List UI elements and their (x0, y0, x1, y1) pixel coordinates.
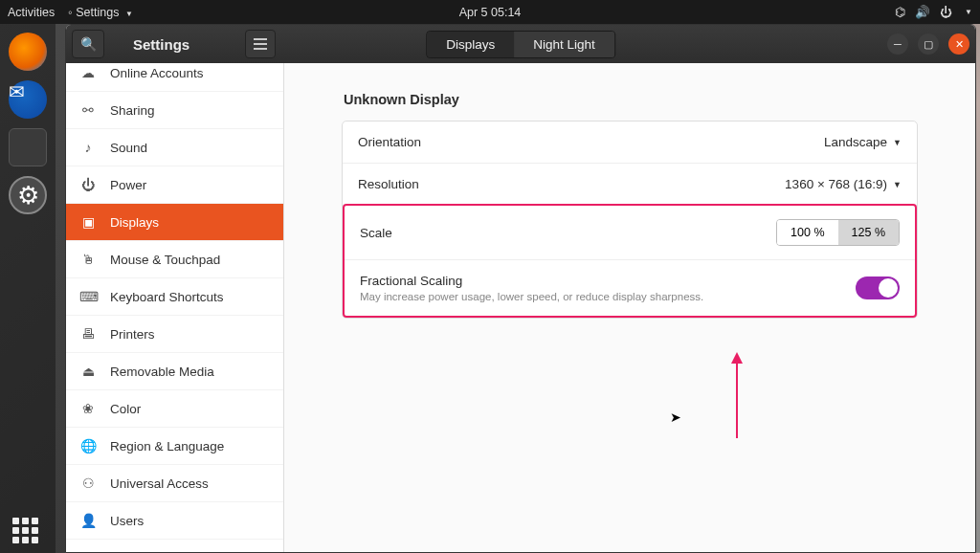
sidebar-item-label: Online Accounts (110, 66, 204, 80)
sidebar-item-label: Removable Media (110, 365, 214, 379)
sidebar-item-displays[interactable]: ▣ Displays (66, 204, 283, 241)
sidebar-item-printers[interactable]: 🖶 Printers (66, 316, 283, 353)
scale-option-100[interactable]: 100 % (777, 220, 837, 245)
orientation-row[interactable]: Orientation Landscape ▼ (343, 122, 917, 164)
mouse-icon: 🖱 (79, 252, 97, 267)
orientation-label: Orientation (358, 135, 421, 149)
titlebar: 🔍 Settings Displays Night Light ─ ▢ ✕ (66, 25, 975, 63)
eject-icon: ⏏ (79, 364, 97, 379)
globe-icon: 🌐 (79, 438, 97, 453)
displays-icon: ▣ (79, 214, 97, 230)
fractional-scaling-toggle[interactable] (856, 276, 900, 299)
minimize-button[interactable]: ─ (887, 33, 908, 55)
power-icon[interactable]: ⏻ (940, 6, 952, 19)
sidebar-item-users[interactable]: 👤 Users (66, 502, 283, 540)
orientation-value: Landscape (824, 135, 887, 149)
sidebar-item-label: Sharing (110, 103, 155, 118)
maximize-button[interactable]: ▢ (918, 33, 939, 55)
settings-sidebar: ☁ Online Accounts ⚯ Sharing ♪ Sound ⏻ Po… (66, 63, 284, 552)
power-icon: ⏻ (79, 177, 97, 192)
dock: ✉ ⚙ (0, 24, 56, 553)
sidebar-item-label: Universal Access (110, 476, 209, 491)
sidebar-item-label: Color (110, 402, 141, 416)
scale-label: Scale (360, 226, 392, 240)
sound-icon: ♪ (79, 140, 97, 155)
sidebar-item-mouse[interactable]: 🖱 Mouse & Touchpad (66, 241, 283, 278)
sidebar-item-region[interactable]: 🌐 Region & Language (66, 428, 283, 465)
tab-displays[interactable]: Displays (427, 32, 514, 57)
show-applications[interactable] (12, 518, 38, 543)
scale-row: Scale 100 % 125 % (345, 206, 915, 260)
main-content: Unknown Display Orientation Landscape ▼ … (284, 63, 975, 552)
fractional-scaling-row: Fractional Scaling May increase power us… (345, 260, 915, 316)
sidebar-item-label: Region & Language (110, 439, 224, 453)
view-switcher: Displays Night Light (426, 31, 615, 58)
dock-files[interactable] (6, 125, 50, 169)
fractional-scaling-desc: May increase power usage, lower speed, o… (360, 291, 703, 302)
sidebar-item-label: Keyboard Shortcuts (110, 290, 224, 304)
scale-option-125[interactable]: 125 % (838, 220, 899, 245)
user-icon: 👤 (79, 513, 97, 528)
chevron-down-icon: ▼ (893, 180, 902, 189)
share-icon: ⚯ (79, 102, 97, 118)
display-name-heading: Unknown Display (344, 92, 918, 107)
chevron-down-icon: ▼ (893, 138, 902, 147)
sidebar-item-power[interactable]: ⏻ Power (66, 166, 283, 204)
scale-segmented: 100 % 125 % (776, 219, 900, 246)
dock-settings[interactable]: ⚙ (6, 173, 50, 217)
printer-icon: 🖶 (79, 326, 97, 342)
hamburger-menu[interactable] (245, 30, 276, 58)
keyboard-icon: ⌨ (79, 289, 97, 304)
sidebar-item-label: Printers (110, 327, 155, 342)
color-icon: ❀ (79, 401, 97, 416)
display-settings-list: Orientation Landscape ▼ Resolution 1360 … (342, 121, 918, 319)
resolution-row[interactable]: Resolution 1360 × 768 (16:9) ▼ (343, 164, 917, 206)
fractional-scaling-label: Fractional Scaling (360, 274, 703, 288)
gnome-top-panel: Activities ◦ Settings ▼ Apr 5 05:14 ⌬ 🔊 … (0, 0, 980, 24)
annotation-highlight: Scale 100 % 125 % Fractional Scaling May… (343, 204, 917, 318)
volume-icon[interactable]: 🔊 (915, 5, 930, 19)
sidebar-item-online-accounts[interactable]: ☁ Online Accounts (66, 63, 283, 92)
sidebar-item-sound[interactable]: ♪ Sound (66, 129, 283, 166)
sidebar-item-label: Mouse & Touchpad (110, 253, 220, 267)
app-menu[interactable]: ◦ Settings ▼ (68, 6, 132, 19)
tab-night-light[interactable]: Night Light (514, 32, 614, 57)
sidebar-item-label: Users (110, 514, 144, 528)
dock-firefox[interactable] (6, 30, 50, 74)
activities-button[interactable]: Activities (8, 6, 55, 19)
dock-thunderbird[interactable]: ✉ (6, 77, 50, 122)
accessibility-icon: ⚇ (79, 476, 97, 491)
sidebar-item-label: Sound (110, 141, 147, 155)
network-icon[interactable]: ⌬ (895, 5, 905, 19)
sidebar-item-removable[interactable]: ⏏ Removable Media (66, 353, 283, 390)
resolution-value: 1360 × 768 (16:9) (785, 177, 887, 191)
sidebar-item-universal[interactable]: ⚇ Universal Access (66, 465, 283, 502)
sidebar-item-label: Power (110, 178, 146, 192)
sidebar-item-color[interactable]: ❀ Color (66, 390, 283, 428)
resolution-label: Resolution (358, 177, 419, 191)
close-button[interactable]: ✕ (948, 33, 969, 55)
cloud-icon: ☁ (79, 65, 97, 80)
search-button[interactable]: 🔍 (72, 30, 104, 58)
settings-window: 🔍 Settings Displays Night Light ─ ▢ ✕ ☁ … (65, 24, 976, 553)
clock[interactable]: Apr 5 05:14 (459, 6, 522, 19)
window-title: Settings (133, 36, 189, 53)
sidebar-item-keyboard[interactable]: ⌨ Keyboard Shortcuts (66, 278, 283, 316)
sidebar-item-sharing[interactable]: ⚯ Sharing (66, 92, 283, 129)
system-menu-chevron[interactable]: ▼ (965, 8, 972, 16)
sidebar-item-label: Displays (110, 215, 159, 230)
